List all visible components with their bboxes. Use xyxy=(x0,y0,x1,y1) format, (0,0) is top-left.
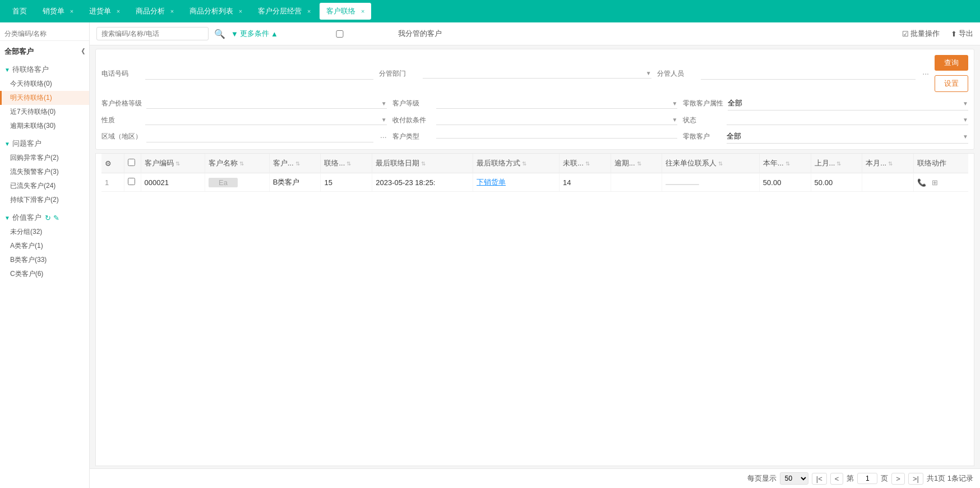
th-last-method[interactable]: 最后联络方式 ⇅ xyxy=(473,154,560,173)
customer-type-label: 客户类型 xyxy=(392,132,432,141)
region-input[interactable] xyxy=(146,131,373,142)
uncontacted-sort-icon[interactable]: ⇅ xyxy=(585,160,590,167)
person-input[interactable] xyxy=(701,68,916,80)
nav-product-analysis-list[interactable]: 商品分析列表 × xyxy=(183,3,249,20)
nav-customer-contact[interactable]: 客户联络 × xyxy=(320,3,371,20)
sidebar-item-abnormal-repurchase[interactable]: 回购异常客户(2) xyxy=(0,151,89,165)
search-submit-icon[interactable]: 🔍 xyxy=(214,29,225,39)
page-number-input[interactable] xyxy=(857,473,877,484)
nav-home[interactable]: 首页 xyxy=(6,3,34,20)
collapse-icon[interactable]: 《 xyxy=(78,47,85,57)
filter-status: 状态 ▼ xyxy=(683,115,968,125)
close-product-analysis-icon[interactable]: × xyxy=(170,8,174,15)
next-page-button[interactable]: > xyxy=(891,473,905,485)
name-sort-icon[interactable]: ⇅ xyxy=(239,160,244,167)
first-page-button[interactable]: |< xyxy=(812,473,827,485)
td-last-method[interactable]: 下销货单 xyxy=(473,173,560,192)
search-input[interactable] xyxy=(96,27,209,40)
close-sales-order-icon[interactable]: × xyxy=(70,8,73,15)
td-this-month xyxy=(862,173,914,192)
td-checkbox[interactable] xyxy=(124,173,141,192)
th-unit-contact[interactable]: 往来单位联系人 ⇅ xyxy=(662,154,759,173)
query-button[interactable]: 查询 xyxy=(935,55,968,71)
caret-up-icon: ▲ xyxy=(271,30,278,38)
th-last-month[interactable]: 上月... ⇅ xyxy=(811,154,862,173)
phone-action-icon[interactable]: 📞 xyxy=(917,178,926,187)
batch-operation-button[interactable]: ☑ 批量操作 xyxy=(902,29,940,39)
per-page-select[interactable]: 50 100 200 xyxy=(780,472,808,485)
export-button[interactable]: ⬆ 导出 xyxy=(951,29,973,39)
phone-input[interactable] xyxy=(145,68,373,80)
th-checkbox[interactable] xyxy=(124,154,141,173)
price-level-select[interactable]: ▼ xyxy=(146,99,387,109)
th-code[interactable]: 客户编码 ⇅ xyxy=(141,154,205,173)
th-overdue[interactable]: 逾期... ⇅ xyxy=(611,154,662,173)
dept-select[interactable]: ▼ xyxy=(423,68,651,79)
edit-value-icon[interactable]: ✎ xyxy=(53,214,59,222)
last-method-link[interactable]: 下销货单 xyxy=(477,178,506,186)
nav-customer-segmentation[interactable]: 客户分层经营 × xyxy=(251,3,317,20)
all-customers-header: 全部客户 《 xyxy=(0,44,89,59)
sidebar-item-declining[interactable]: 持续下滑客户(2) xyxy=(0,193,89,207)
customer-type-select[interactable] xyxy=(436,135,678,139)
th-contact-count[interactable]: 联络... ⇅ xyxy=(321,154,372,173)
close-product-analysis-list-icon[interactable]: × xyxy=(239,8,242,15)
set-button[interactable]: 设置 xyxy=(935,75,968,92)
select-all-checkbox[interactable] xyxy=(128,159,135,166)
close-purchase-order-icon[interactable]: × xyxy=(117,8,120,15)
code-sort-icon[interactable]: ⇅ xyxy=(175,160,180,167)
this-year-sort-icon[interactable]: ⇅ xyxy=(785,160,790,167)
th-type[interactable]: 客户... ⇅ xyxy=(269,154,321,173)
retail-attr-select[interactable]: 全部 ▼ xyxy=(728,96,968,111)
page-label: 第 xyxy=(847,473,854,484)
sidebar-search-input[interactable] xyxy=(4,30,89,38)
unit-contact-sort-icon[interactable]: ⇅ xyxy=(718,160,723,167)
customer-level-select[interactable]: ▼ xyxy=(436,99,678,109)
status-select[interactable]: ▼ xyxy=(727,115,968,125)
last-method-sort-icon[interactable]: ⇅ xyxy=(522,160,526,167)
prev-page-button[interactable]: < xyxy=(830,473,844,485)
sidebar-item-ungrouped[interactable]: 未分组(32) xyxy=(0,225,89,239)
sidebar-item-class-b[interactable]: B类客户(33) xyxy=(0,253,89,267)
retail-customer-select[interactable]: 全部 ▼ xyxy=(727,130,968,144)
overdue-sort-icon[interactable]: ⇅ xyxy=(637,160,641,167)
close-customer-seg-icon[interactable]: × xyxy=(307,8,311,15)
sidebar-item-churn-warning[interactable]: 流失预警客户(3) xyxy=(0,165,89,179)
th-settings[interactable]: ⚙ xyxy=(101,154,124,173)
th-this-year[interactable]: 本年... ⇅ xyxy=(759,154,811,173)
th-uncontacted[interactable]: 未联... ⇅ xyxy=(559,154,611,173)
th-this-month[interactable]: 本月... ⇅ xyxy=(862,154,914,173)
nav-product-analysis[interactable]: 商品分析 × xyxy=(129,3,181,20)
sidebar-item-class-c[interactable]: C类客户(6) xyxy=(0,267,89,281)
gender-select[interactable]: ▼ xyxy=(145,115,387,125)
sidebar-item-overdue-contact[interactable]: 逾期未联络(30) xyxy=(0,119,89,133)
my-customers-checkbox[interactable] xyxy=(284,30,396,38)
refresh-value-icon[interactable]: ↻ xyxy=(45,214,51,222)
payment-select[interactable]: ▼ xyxy=(436,115,678,125)
last-page-button[interactable]: >| xyxy=(908,473,923,485)
last-month-sort-icon[interactable]: ⇅ xyxy=(836,160,841,167)
td-name[interactable]: Ea xyxy=(205,173,270,192)
last-date-sort-icon[interactable]: ⇅ xyxy=(421,160,426,167)
nav-purchase-order[interactable]: 进货单 × xyxy=(82,3,127,20)
sidebar-item-week-contact[interactable]: 近7天待联络(0) xyxy=(0,105,89,119)
sidebar-item-tomorrow-contact[interactable]: 明天待联络(1) xyxy=(0,91,89,105)
td-action[interactable]: 📞 ⊞ xyxy=(914,173,968,192)
person-dots-icon[interactable]: ··· xyxy=(922,69,929,78)
th-last-date[interactable]: 最后联络日期 ⇅ xyxy=(372,154,473,173)
grid-action-icon[interactable]: ⊞ xyxy=(932,178,938,187)
nav-sales-order[interactable]: 销货单 × xyxy=(36,3,80,20)
close-customer-contact-icon[interactable]: × xyxy=(361,8,364,15)
more-filters-button[interactable]: ▼ 更多条件 ▲ xyxy=(231,29,278,39)
settings-gear-icon[interactable]: ⚙ xyxy=(105,159,112,168)
row-checkbox[interactable] xyxy=(128,178,135,185)
sidebar-item-class-a[interactable]: A类客户(1) xyxy=(0,239,89,253)
sidebar-item-today-contact[interactable]: 今天待联络(0) xyxy=(0,77,89,91)
th-name[interactable]: 客户名称 ⇅ xyxy=(205,154,270,173)
type-sort-icon[interactable]: ⇅ xyxy=(295,160,300,167)
sidebar-item-churned[interactable]: 已流失客户(24) xyxy=(0,179,89,193)
this-month-sort-icon[interactable]: ⇅ xyxy=(888,160,893,167)
region-dots-icon[interactable]: ··· xyxy=(380,132,387,141)
contact-sort-icon[interactable]: ⇅ xyxy=(346,160,351,167)
my-customers-checkbox-label[interactable]: 我分管的客户 xyxy=(284,29,442,39)
